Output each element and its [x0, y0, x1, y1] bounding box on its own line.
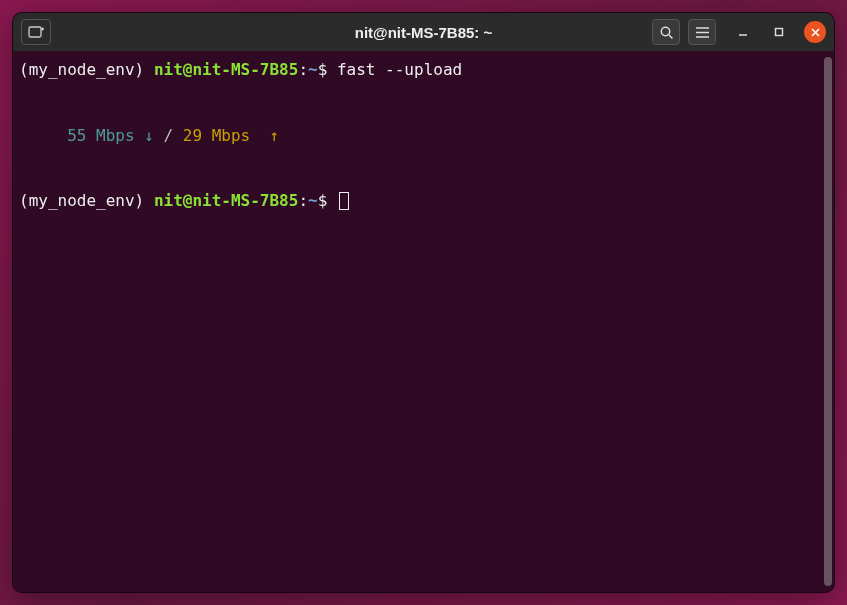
maximize-button[interactable]: [768, 21, 790, 43]
search-button[interactable]: [652, 19, 680, 45]
scrollbar[interactable]: [824, 57, 832, 586]
titlebar-left: [21, 19, 51, 45]
prompt-symbol: $: [318, 60, 328, 79]
prompt-line-2: (my_node_env) nit@nit-MS-7B85:~$: [19, 190, 828, 212]
speed-separator: /: [154, 126, 183, 145]
prompt-symbol: $: [318, 191, 328, 210]
terminal-body[interactable]: (my_node_env) nit@nit-MS-7B85:~$ fast --…: [13, 51, 834, 592]
speed-output-line: 55 Mbps ↓ / 29 Mbps ↑: [19, 81, 828, 191]
user-host: nit@nit-MS-7B85: [154, 60, 299, 79]
close-icon: [810, 27, 821, 38]
cursor: [339, 192, 349, 210]
new-tab-button[interactable]: [21, 19, 51, 45]
search-icon: [659, 25, 674, 40]
minimize-icon: [737, 26, 749, 38]
leading-space: [19, 126, 67, 145]
close-button[interactable]: [804, 21, 826, 43]
menu-button[interactable]: [688, 19, 716, 45]
new-tab-icon: [28, 25, 44, 39]
virtualenv-name: (my_node_env): [19, 60, 144, 79]
prompt-colon: :: [298, 191, 308, 210]
hamburger-icon: [695, 26, 710, 39]
user-host: nit@nit-MS-7B85: [154, 191, 299, 210]
command-text: fast --upload: [337, 60, 462, 79]
download-unit: Mbps: [86, 126, 144, 145]
svg-rect-0: [29, 27, 41, 37]
download-arrow-icon: ↓: [144, 126, 154, 145]
svg-rect-9: [776, 29, 783, 36]
maximize-icon: [773, 26, 785, 38]
upload-value: 29: [183, 126, 202, 145]
terminal-window: nit@nit-MS-7B85: ~: [12, 12, 835, 593]
prompt-line-1: (my_node_env) nit@nit-MS-7B85:~$ fast --…: [19, 59, 828, 81]
prompt-colon: :: [298, 60, 308, 79]
svg-point-3: [661, 27, 669, 35]
titlebar-right: [652, 19, 826, 45]
scrollbar-thumb[interactable]: [824, 57, 832, 586]
titlebar: nit@nit-MS-7B85: ~: [13, 13, 834, 51]
cwd-path: ~: [308, 191, 318, 210]
download-value: 55: [67, 126, 86, 145]
minimize-button[interactable]: [732, 21, 754, 43]
svg-line-4: [669, 35, 673, 39]
upload-arrow-icon: ↑: [269, 126, 279, 145]
window-controls: [732, 21, 826, 43]
cwd-path: ~: [308, 60, 318, 79]
virtualenv-name: (my_node_env): [19, 191, 144, 210]
upload-unit: Mbps: [202, 126, 269, 145]
